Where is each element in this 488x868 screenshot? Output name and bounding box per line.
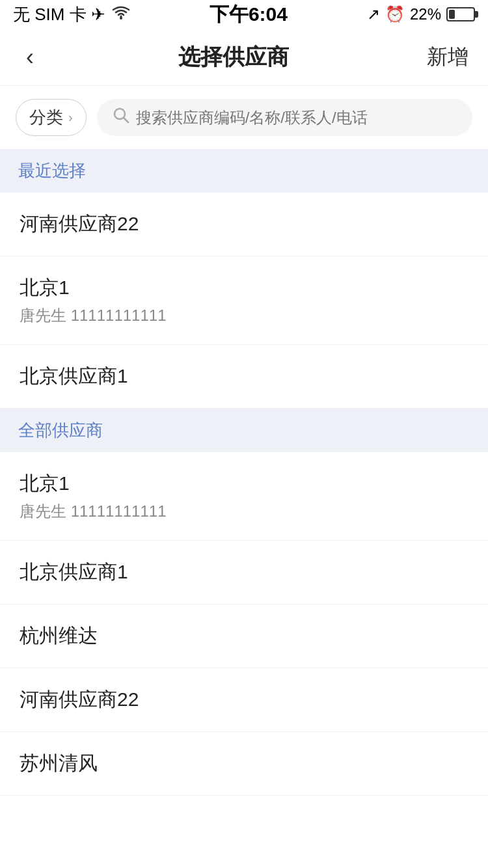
battery-percent: 22% xyxy=(410,5,441,23)
search-icon xyxy=(113,107,129,128)
all-items-list: 北京1唐先生 11111111111北京供应商1杭州维达河南供应商22苏州清风 xyxy=(0,452,488,796)
item-name: 北京1 xyxy=(20,470,468,497)
all-section-label: 全部供应商 xyxy=(18,420,103,440)
status-time: 下午6:04 xyxy=(210,1,288,28)
wifi-icon xyxy=(112,5,130,25)
all-list-item[interactable]: 河南供应商22 xyxy=(0,668,488,732)
all-list-item[interactable]: 苏州清风 xyxy=(0,732,488,796)
svg-point-0 xyxy=(120,17,122,20)
search-box[interactable] xyxy=(97,99,472,136)
item-name: 北京1 xyxy=(20,275,468,301)
filter-bar: 分类 › xyxy=(0,86,488,149)
nav-bar: ‹ 选择供应商 新增 xyxy=(0,29,488,86)
battery-icon xyxy=(446,7,475,21)
add-button[interactable]: 新增 xyxy=(427,43,468,72)
recent-list-item[interactable]: 北京供应商1 xyxy=(0,345,488,409)
recent-list-item[interactable]: 北京1唐先生 11111111111 xyxy=(0,256,488,345)
item-name: 北京供应商1 xyxy=(20,559,468,586)
recent-items-list: 河南供应商22北京1唐先生 11111111111北京供应商1 xyxy=(0,193,488,409)
item-name: 杭州维达 xyxy=(20,623,468,649)
all-section-header: 全部供应商 xyxy=(0,409,488,452)
location-icon: ↗ xyxy=(367,5,380,23)
svg-line-2 xyxy=(124,118,128,122)
status-left: 无 SIM 卡 ✈ xyxy=(13,3,130,26)
recent-list-item[interactable]: 河南供应商22 xyxy=(0,193,488,256)
item-name: 河南供应商22 xyxy=(20,211,468,237)
status-bar: 无 SIM 卡 ✈ 下午6:04 ↗ ⏰ 22% xyxy=(0,0,488,29)
back-button[interactable]: ‹ xyxy=(20,37,40,77)
status-right: ↗ ⏰ 22% xyxy=(367,5,475,23)
chevron-right-icon: › xyxy=(68,110,73,125)
item-sub: 唐先生 11111111111 xyxy=(20,501,468,522)
item-name: 苏州清风 xyxy=(20,750,468,777)
sim-status: 无 SIM 卡 ✈ xyxy=(13,3,105,26)
search-input[interactable] xyxy=(136,109,457,127)
all-list-item[interactable]: 杭州维达 xyxy=(0,604,488,668)
alarm-icon: ⏰ xyxy=(385,5,405,23)
page-title: 选择供应商 xyxy=(178,42,289,72)
item-sub: 唐先生 11111111111 xyxy=(20,305,468,326)
category-label: 分类 xyxy=(29,106,63,129)
item-name: 北京供应商1 xyxy=(20,363,468,390)
recent-section-header: 最近选择 xyxy=(0,149,488,193)
recent-section-label: 最近选择 xyxy=(18,161,86,180)
all-list-item[interactable]: 北京1唐先生 11111111111 xyxy=(0,452,488,541)
item-name: 河南供应商22 xyxy=(20,686,468,713)
all-list-item[interactable]: 北京供应商1 xyxy=(0,541,488,604)
category-filter-button[interactable]: 分类 › xyxy=(16,99,87,136)
